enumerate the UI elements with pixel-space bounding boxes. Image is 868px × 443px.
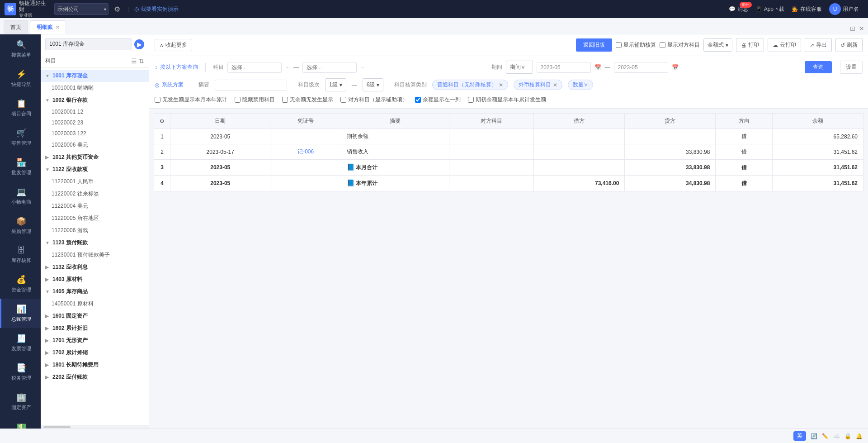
- calendar-icon[interactable]: 📅: [594, 64, 601, 71]
- bottom-icon-bell[interactable]: 🔔: [856, 433, 863, 439]
- period-start-input[interactable]: [537, 62, 591, 73]
- period-end-input[interactable]: [614, 62, 668, 73]
- period-type-dropdown[interactable]: 期间∨: [506, 61, 533, 74]
- cb-balance-one-col[interactable]: 余额显示在一列: [415, 96, 461, 104]
- tab-ledger[interactable]: 明细账 ✕: [30, 20, 66, 34]
- sidebar-item-tax[interactable]: 📑 税务管理: [0, 357, 41, 387]
- tree-node-1132[interactable]: ▶ 1132 应收利息: [41, 261, 149, 273]
- tree-node-1122[interactable]: ▼ 1122 应收款项: [41, 163, 149, 176]
- tree-node-10020003[interactable]: 10020003 122: [41, 128, 149, 139]
- sidebar-item-search[interactable]: 🔍 搜索菜单: [0, 34, 41, 64]
- search-button[interactable]: 查询: [805, 61, 832, 73]
- tree-node-10020006[interactable]: 10020006 美元: [41, 139, 149, 151]
- sidebar-item-accounting[interactable]: 📊 总账管理: [0, 299, 41, 328]
- tag-close-foreign[interactable]: ✕: [553, 82, 557, 88]
- sidebar-item-inventory[interactable]: 🗄 库存核算: [0, 240, 41, 269]
- demo-link[interactable]: ◎ 我要看实例演示: [134, 5, 179, 13]
- sidebar-item-purchase[interactable]: 📦 采购管理: [0, 211, 41, 240]
- tree-node-1002[interactable]: ▼ 1002 银行存款: [41, 94, 149, 106]
- col-settings[interactable]: ⚙: [154, 114, 170, 129]
- language-button[interactable]: 英: [793, 431, 806, 441]
- company-select[interactable]: 示例公司 ▾: [54, 3, 108, 15]
- tree-node-1001[interactable]: ▼ 1001 库存现金: [41, 70, 149, 82]
- cloud-print-button[interactable]: ☁ 云打印: [768, 38, 801, 52]
- query-section-header[interactable]: ↕ 按以下方案查询: [155, 63, 198, 71]
- show-counterpart-input[interactable]: [660, 42, 665, 48]
- cb-no-balance2[interactable]: 无余额无发生显示: [282, 96, 333, 104]
- cb-opening-balance[interactable]: 期初余额显示本年累计发生额: [468, 96, 546, 104]
- cb-balance-one-col-input[interactable]: [415, 97, 421, 103]
- tree-node-11230001[interactable]: 11230001 预付账款美子: [41, 249, 149, 261]
- cb-hide-disabled[interactable]: 隐藏禁用科目: [235, 96, 275, 104]
- sidebar-item-payroll[interactable]: 💵 工资: [0, 416, 41, 429]
- tree-node-1601[interactable]: ▶ 1601 固定资产: [41, 310, 149, 322]
- bottom-icon-refresh[interactable]: 🔄: [811, 433, 817, 439]
- system-plan[interactable]: ◎ 系统方案: [155, 81, 184, 89]
- tree-expand-icon[interactable]: ⇅: [139, 57, 144, 65]
- cb-no-balance-input[interactable]: [155, 97, 160, 103]
- subject-input[interactable]: [227, 62, 282, 73]
- user-profile[interactable]: U 用户名: [829, 3, 859, 15]
- tree-node-1403[interactable]: ▶ 1403 原材料: [41, 273, 149, 286]
- tree-node-1701[interactable]: ▶ 1701 无形资产: [41, 334, 149, 347]
- cb-hide-disabled-input[interactable]: [235, 97, 241, 103]
- tree-search-box[interactable]: 1001 库存现金: [45, 38, 132, 50]
- notification-bell[interactable]: 💬 消息 99+: [729, 5, 748, 13]
- tree-node-11220001[interactable]: 11220001 人民币: [41, 176, 149, 188]
- tab-close-icon[interactable]: ✕: [56, 25, 59, 30]
- tree-node-1801[interactable]: ▶ 1801 长期待摊费用: [41, 359, 149, 371]
- amount-style-dropdown[interactable]: 金额式 ▾: [703, 38, 732, 52]
- cb-no-balance2-input[interactable]: [282, 97, 288, 103]
- sidebar-item-ecommerce[interactable]: 💻 小畅电商: [0, 181, 41, 211]
- sidebar-item-asset[interactable]: 🏢 固定资产: [0, 387, 41, 416]
- sidebar-item-retail[interactable]: 🛒 零售管理: [0, 123, 41, 152]
- tree-node-11220005[interactable]: 11220005 所在地区: [41, 212, 149, 224]
- subject-input-end[interactable]: [302, 62, 357, 73]
- export-button[interactable]: ↗ 导出: [805, 38, 832, 52]
- tag-close-normal[interactable]: ✕: [499, 82, 503, 88]
- tree-node-11220006[interactable]: 11220006 游戏: [41, 224, 149, 237]
- tree-node-11220002[interactable]: 11220002 往来标签: [41, 188, 149, 200]
- show-aux-checkbox[interactable]: 显示辅助核算: [616, 41, 656, 49]
- settings-icon[interactable]: ⚙: [112, 5, 122, 14]
- tree-node-1012[interactable]: ▶ 1012 其他货币资金: [41, 151, 149, 163]
- sidebar-item-shortcut[interactable]: ⚡ 快捷导航: [0, 64, 41, 93]
- tree-node-1405[interactable]: ▼ 1405 库存商品: [41, 286, 149, 298]
- cb-counterpart[interactable]: 对方科目（显示辅助项）: [340, 96, 408, 104]
- show-counterpart-checkbox[interactable]: 显示对方科目: [660, 41, 700, 49]
- cb-counterpart-input[interactable]: [340, 97, 346, 103]
- settings-filter-button[interactable]: 设置: [840, 61, 863, 74]
- summary-input[interactable]: [215, 80, 287, 91]
- tab-restore-icon[interactable]: ⊡: [850, 25, 855, 32]
- tree-node-10010001[interactable]: 10010001 哟哟哟: [41, 82, 149, 94]
- tree-node-10020002[interactable]: 10020002 23: [41, 117, 149, 128]
- sidebar-item-wholesale[interactable]: 🏪 批发管理: [0, 152, 41, 181]
- tree-list-icon[interactable]: ☰: [131, 57, 137, 65]
- tree-node-1702[interactable]: ▶ 1702 累计摊销: [41, 347, 149, 359]
- filter-tag-foreign[interactable]: 外币核算科目 ✕: [514, 80, 562, 90]
- filter-tag-quantity[interactable]: 数量∨: [568, 80, 593, 90]
- cb-opening-balance-input[interactable]: [468, 97, 474, 103]
- tab-close-all-icon[interactable]: ✕: [859, 25, 864, 32]
- tree-nav-arrow[interactable]: ▶: [134, 39, 144, 49]
- tree-node-10020001[interactable]: 10020001 12: [41, 106, 149, 117]
- print-button[interactable]: 🖨 打印: [736, 38, 764, 52]
- cb-no-balance[interactable]: 无发生额显示本月本年累计: [155, 96, 227, 104]
- tab-home[interactable]: 首页: [4, 20, 28, 34]
- sidebar-item-project[interactable]: 📋 项目合同: [0, 93, 41, 123]
- row-voucher-link[interactable]: 记-006: [270, 144, 341, 160]
- tree-node-1602[interactable]: ▶ 1602 累计折旧: [41, 322, 149, 334]
- online-service[interactable]: 💁 在线客服: [792, 5, 822, 13]
- level-end-dropdown[interactable]: 6级 ▾: [363, 78, 384, 91]
- tree-node-2202[interactable]: ▶ 2202 应付账款: [41, 371, 149, 383]
- show-aux-input[interactable]: [616, 42, 622, 48]
- filter-tag-normal[interactable]: 普通科目（无特殊核算） ✕: [432, 80, 508, 90]
- back-old-version-button[interactable]: 返回旧版: [576, 38, 612, 52]
- level-start-dropdown[interactable]: 1级 ▾: [325, 78, 346, 91]
- tree-node-14050001[interactable]: 14050001 原材料: [41, 298, 149, 310]
- tree-scrollbar[interactable]: [41, 425, 149, 429]
- bottom-icon-cloud[interactable]: ☁️: [833, 433, 840, 439]
- expand-more-button[interactable]: ∧ 收起更多: [155, 39, 192, 51]
- sidebar-item-finance[interactable]: 💰 资金管理: [0, 269, 41, 299]
- sidebar-item-invoice[interactable]: 🧾 发票管理: [0, 328, 41, 357]
